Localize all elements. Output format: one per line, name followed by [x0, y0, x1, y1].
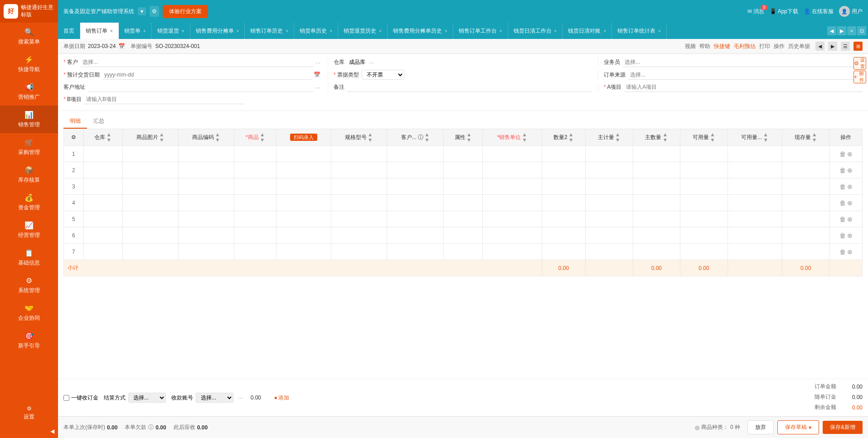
- cell-available2-4[interactable]: [727, 195, 782, 211]
- cell-qty2-4[interactable]: [542, 195, 585, 211]
- th-qty2[interactable]: 数量2▲▼: [542, 129, 585, 146]
- cell-main-unit-5[interactable]: [586, 211, 633, 227]
- nav-tab-10[interactable]: 钱货日清工作台×: [508, 23, 563, 39]
- online-service-btn[interactable]: 👤 在线客服: [804, 8, 834, 15]
- th-image[interactable]: 商品图片▲▼: [122, 129, 178, 146]
- cell-code-7[interactable]: [178, 244, 234, 260]
- help-btn[interactable]: 帮助: [699, 43, 710, 50]
- cell-available2-6[interactable]: [727, 227, 782, 244]
- cell-available-4[interactable]: [680, 195, 728, 211]
- cell-main-unit-2[interactable]: [586, 162, 633, 178]
- cell-scan-7[interactable]: [276, 244, 331, 260]
- cell-product-2[interactable]: [234, 162, 276, 178]
- th-available[interactable]: 可用量▲▼: [680, 129, 728, 146]
- close-tab-7[interactable]: ×: [379, 29, 382, 34]
- cell-product-1[interactable]: [234, 146, 276, 162]
- cell-main-qty-6[interactable]: [633, 227, 680, 244]
- addr-dots[interactable]: ···: [313, 84, 322, 91]
- cell-warehouse-6[interactable]: [83, 227, 122, 244]
- sidebar-item-0[interactable]: 🔍搜索菜单: [0, 23, 58, 50]
- cell-main-qty-7[interactable]: [633, 244, 680, 260]
- delivery-input[interactable]: [102, 70, 312, 80]
- invoice-select[interactable]: 不开票 普通发票 增值税发票: [362, 70, 404, 80]
- sidebar-item-2[interactable]: 📢营销推广: [0, 78, 58, 106]
- account-dots[interactable]: ···: [236, 394, 245, 401]
- nav-tab-9[interactable]: 销售订单工作台×: [453, 23, 508, 39]
- cell-scan-2[interactable]: [276, 162, 331, 178]
- cell-scan-4[interactable]: [276, 195, 331, 211]
- cell-sales-unit-4[interactable]: [483, 195, 542, 211]
- cell-qty2-2[interactable]: [542, 162, 585, 178]
- cell-image-7[interactable]: [122, 244, 178, 260]
- cell-available-3[interactable]: [680, 178, 728, 195]
- cell-main-unit-6[interactable]: [586, 227, 633, 244]
- cell-scan-1[interactable]: [276, 146, 331, 162]
- cell-cust-code-6[interactable]: [387, 227, 443, 244]
- th-available2[interactable]: 可用量...▲▼: [727, 129, 782, 146]
- cell-attr-1[interactable]: [444, 146, 483, 162]
- cell-available2-3[interactable]: [727, 178, 782, 195]
- nav-tab-11[interactable]: 钱货日清对账×: [563, 23, 612, 39]
- sidebar-item-9[interactable]: ⚙系统管理: [0, 271, 58, 299]
- cell-scan-5[interactable]: [276, 211, 331, 227]
- profit-btn[interactable]: 毛利预估: [734, 43, 756, 50]
- cell-spec-4[interactable]: [331, 195, 387, 211]
- th-customer-code[interactable]: 客户... ⓘ▲▼: [387, 129, 443, 146]
- cell-cust-code-4[interactable]: [387, 195, 443, 211]
- cell-spec-2[interactable]: [331, 162, 387, 178]
- discard-btn[interactable]: 放弃: [747, 420, 774, 434]
- cell-scan-3[interactable]: [276, 178, 331, 195]
- cell-available-2[interactable]: [680, 162, 728, 178]
- th-spec[interactable]: 规格型号▲▼: [331, 129, 387, 146]
- cell-attr-4[interactable]: [444, 195, 483, 211]
- copy-icon-2[interactable]: ⊕: [847, 167, 853, 174]
- cell-stock-2[interactable]: [782, 162, 829, 178]
- print-btn[interactable]: 打印: [759, 43, 770, 50]
- delete-icon-7[interactable]: 🗑: [839, 248, 846, 255]
- cell-available2-1[interactable]: [727, 146, 782, 162]
- copy-icon-4[interactable]: ⊕: [847, 199, 853, 207]
- th-main-qty[interactable]: 主数量▲▼: [633, 129, 680, 146]
- cell-main-unit-3[interactable]: [586, 178, 633, 195]
- cell-available-1[interactable]: [680, 146, 728, 162]
- nav-tab-4[interactable]: 销售费用分摊单×: [190, 23, 245, 39]
- cell-main-unit-1[interactable]: [586, 146, 633, 162]
- customer-input[interactable]: [81, 58, 313, 67]
- app-download-btn[interactable]: 📱 App下载: [770, 8, 798, 15]
- cell-image-6[interactable]: [122, 227, 178, 244]
- cell-spec-7[interactable]: [331, 244, 387, 260]
- copy-icon-5[interactable]: ⊕: [847, 216, 853, 223]
- table-scroll[interactable]: ⚙ 仓库▲▼ 商品图片▲▼ 商品编码▲▼ *商品▲▼ 扫码录入 规格型号▲▼ 客…: [63, 129, 863, 276]
- salesperson-input[interactable]: [623, 58, 853, 67]
- history-btn[interactable]: 历史单据: [788, 43, 810, 50]
- cell-warehouse-7[interactable]: [83, 244, 122, 260]
- close-tab-9[interactable]: ×: [499, 29, 502, 34]
- close-tab-2[interactable]: ×: [143, 29, 146, 34]
- save-new-btn[interactable]: 保存&新增: [823, 421, 863, 434]
- cell-scan-6[interactable]: [276, 227, 331, 244]
- cell-stock-4[interactable]: [782, 195, 829, 211]
- cell-product-7[interactable]: [234, 244, 276, 260]
- date-cal-icon[interactable]: 📅: [312, 72, 322, 78]
- cell-warehouse-3[interactable]: [83, 178, 122, 195]
- cell-image-3[interactable]: [122, 178, 178, 195]
- cell-image-4[interactable]: [122, 195, 178, 211]
- add-payment-btn[interactable]: ● 添加: [274, 394, 289, 402]
- toolbar-prev-btn[interactable]: ◀: [815, 42, 824, 51]
- th-product[interactable]: *商品▲▼: [234, 129, 276, 146]
- cell-spec-3[interactable]: [331, 178, 387, 195]
- close-tab-10[interactable]: ×: [554, 29, 557, 34]
- cell-attr-6[interactable]: [444, 227, 483, 244]
- settings-side-btn[interactable]: ⚙ 设置: [853, 57, 866, 70]
- cell-attr-5[interactable]: [444, 211, 483, 227]
- th-warehouse[interactable]: 仓库▲▼: [83, 129, 122, 146]
- cell-main-qty-1[interactable]: [633, 146, 680, 162]
- cell-attr-2[interactable]: [444, 162, 483, 178]
- close-tab-6[interactable]: ×: [330, 29, 332, 34]
- close-tab-3[interactable]: ×: [182, 29, 184, 34]
- cell-image-5[interactable]: [122, 211, 178, 227]
- sidebar-item-6[interactable]: 💰资金管理: [0, 188, 58, 216]
- toolbar-list-btn[interactable]: ☰: [841, 42, 850, 51]
- close-tab-5[interactable]: ×: [286, 29, 288, 34]
- cell-code-3[interactable]: [178, 178, 234, 195]
